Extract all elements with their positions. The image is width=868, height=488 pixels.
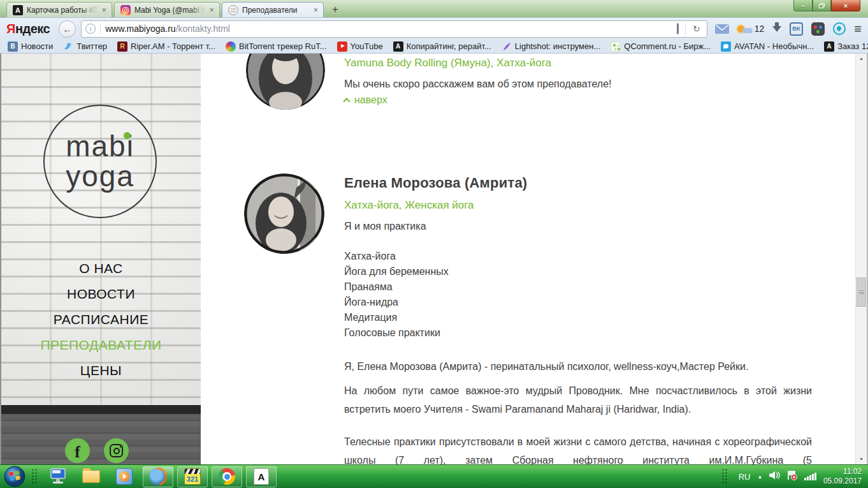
weather-temp: 12: [755, 24, 765, 34]
back-button[interactable]: ←: [59, 20, 76, 38]
minimize-button[interactable]: –: [793, 0, 813, 11]
tab-strip: A Карточка работы #20097636 × Mabi Yoga …: [6, 2, 345, 17]
taskbar-separator: [31, 468, 38, 485]
window-controls: – ×: [793, 0, 860, 11]
lightshot-feather-icon: [502, 41, 512, 52]
bookmark-riper[interactable]: RRiper.AM - Торрент т...: [113, 41, 219, 52]
vertical-scrollbar[interactable]: ▲ ▼: [855, 54, 867, 464]
nav-teachers-active[interactable]: ПРЕПОДАВАТЕЛИ: [1, 332, 201, 358]
close-window-button[interactable]: ×: [831, 0, 860, 11]
mail-icon[interactable]: [715, 24, 729, 34]
teacher-disciplines-link[interactable]: Yamuna Body Rolling (Ямуна), Хатха-йога: [344, 57, 551, 70]
chrome-icon: [219, 468, 235, 485]
clock-time: 11:02: [823, 467, 862, 477]
media-player-icon[interactable]: [113, 467, 135, 486]
window-titlebar: A Карточка работы #20097636 × Mabi Yoga …: [0, 0, 868, 17]
list-item: Медитация: [344, 310, 449, 325]
reload-icon[interactable]: ↻: [690, 24, 703, 34]
language-indicator[interactable]: RU: [739, 472, 751, 482]
weather-widget[interactable]: 12: [737, 24, 765, 34]
new-tab-button[interactable]: +: [326, 3, 345, 16]
bookmarks-bar: ВНовости Твиттер RRiper.AM - Торрент т..…: [0, 40, 868, 54]
scroll-up-icon[interactable]: ▲: [856, 54, 867, 64]
practices-list: Хатха-йога Йога для беременных Пранаяма …: [344, 249, 449, 341]
browser-toolbar: Яндекс ← i www.mabiyoga.ru/kontakty.html…: [0, 17, 868, 40]
action-center-flag-icon[interactable]: [787, 470, 797, 483]
taskbar-clock[interactable]: 11:02 05.09.2017: [823, 467, 862, 486]
qcomment-icon: [611, 41, 621, 52]
bittorrent-icon: [226, 41, 236, 52]
teacher-disciplines-link[interactable]: Хатха-йога, Женская йога: [344, 199, 474, 212]
downloads-icon[interactable]: [772, 21, 781, 36]
bookmark-twitter[interactable]: Твиттер: [59, 41, 111, 52]
explorer-icon[interactable]: [80, 467, 102, 486]
nav-schedule[interactable]: РАСПИСАНИЕ: [1, 307, 201, 332]
network-signal-icon[interactable]: [804, 473, 816, 480]
list-item: Голосовые практики: [344, 325, 449, 341]
list-item: Пранаяма: [344, 279, 449, 295]
nav-prices[interactable]: ЦЕНЫ: [1, 358, 201, 383]
bookmark-youtube[interactable]: YouTube: [333, 41, 387, 52]
youtube-icon: [337, 41, 347, 52]
bookmark-order[interactable]: AЗаказ 12784796 / 190....: [820, 41, 868, 52]
tab-instagram[interactable]: Mabi Yoga (@mabi.yoga) • Ф ×: [114, 2, 220, 17]
volume-icon[interactable]: [769, 471, 780, 482]
tab-advego-order[interactable]: A Карточка работы #20097636 ×: [6, 2, 112, 17]
teacher-photo: [244, 174, 324, 254]
close-tab-icon[interactable]: ×: [101, 6, 106, 14]
list-item: Хатха-йога: [344, 249, 449, 264]
riper-icon: R: [117, 41, 127, 52]
nav-about[interactable]: О НАС: [1, 256, 201, 281]
vk-b-icon: В: [8, 41, 18, 52]
chrome-taskbar-button[interactable]: [212, 466, 242, 487]
start-button[interactable]: [3, 465, 26, 488]
bookmark-rutracker[interactable]: BitTorrent трекер RuT...: [222, 41, 331, 52]
scrollbar-thumb[interactable]: [857, 277, 866, 307]
url-text[interactable]: www.mabiyoga.ru/kontakty.html: [105, 24, 674, 34]
restore-button[interactable]: [813, 0, 831, 11]
windows-taskbar: 321 A RU ▲ 11:02 05.09.2017: [0, 464, 868, 488]
scroll-down-icon[interactable]: ▼: [856, 454, 867, 464]
bio-paragraph: Я, Елена Морозова (Амрита) - перинатальн…: [344, 357, 812, 376]
klite-icon: 321: [184, 468, 201, 485]
clock-date: 05.09.2017: [823, 477, 862, 486]
url-bar[interactable]: i www.mabiyoga.ru/kontakty.html ↻: [81, 20, 707, 38]
yandex-logo[interactable]: Яндекс: [0, 22, 59, 36]
firefox-taskbar-button[interactable]: [143, 466, 173, 487]
page-viewport: mabi yoga О НАС НОВОСТИ РАСПИСАНИЕ ПРЕПО…: [0, 54, 868, 464]
advego-taskbar-button[interactable]: A: [246, 466, 277, 487]
facebook-icon: f: [75, 443, 80, 462]
page-content: Yamuna Body Rolling (Ямуна), Хатха-йога …: [201, 54, 854, 464]
close-tab-icon[interactable]: ×: [209, 6, 214, 14]
back-to-top-link[interactable]: наверх: [344, 94, 387, 106]
facebook-button[interactable]: f: [65, 438, 90, 463]
system-tray: RU ▲ 11:02 05.09.2017: [721, 467, 868, 486]
klite-taskbar-button[interactable]: 321: [177, 466, 208, 487]
vk-extension-icon[interactable]: BK: [790, 22, 803, 36]
mabi-yoga-logo[interactable]: mabi yoga: [43, 105, 157, 218]
tab-teachers-active[interactable]: mabi yoga Преподаватели ×: [222, 2, 324, 17]
yandex-disk-icon[interactable]: [833, 22, 846, 35]
bookmark-news[interactable]: ВНовости: [4, 41, 57, 52]
instagram-button[interactable]: [104, 438, 129, 463]
onscreen-keyboard-icon[interactable]: [47, 467, 69, 486]
advego-app-icon: A: [254, 468, 269, 485]
tray-expand-icon[interactable]: ▲: [758, 474, 763, 480]
nav-news[interactable]: НОВОСТИ: [1, 281, 201, 307]
bookmark-avatan[interactable]: AVATAN - Необычн...: [717, 41, 818, 52]
instagram-favicon-icon: [120, 5, 131, 15]
photos-extension-icon[interactable]: [811, 22, 825, 36]
list-item: Йога для беременных: [344, 264, 449, 279]
bookmark-lightshot[interactable]: Lightshot: инструмен...: [498, 41, 605, 52]
reader-mode-icon[interactable]: [674, 24, 681, 34]
twitter-bird-icon: [63, 41, 73, 52]
teacher-name-heading: Елена Морозова (Амрита): [344, 175, 527, 191]
teacher-note: Мы очень скоро расскажем вам об этом пре…: [344, 78, 612, 90]
bookmark-qcomment[interactable]: QComment.ru - Бирж...: [607, 41, 714, 52]
toolbar-extensions: 12 BK ≡: [707, 21, 868, 36]
menu-icon[interactable]: ≡: [854, 22, 862, 36]
site-info-icon[interactable]: i: [85, 24, 96, 34]
close-tab-icon[interactable]: ×: [313, 6, 318, 14]
bookmark-copywriting[interactable]: AКопирайтинг, рерайт...: [389, 41, 495, 52]
desktop: A Карточка работы #20097636 × Mabi Yoga …: [0, 0, 868, 488]
